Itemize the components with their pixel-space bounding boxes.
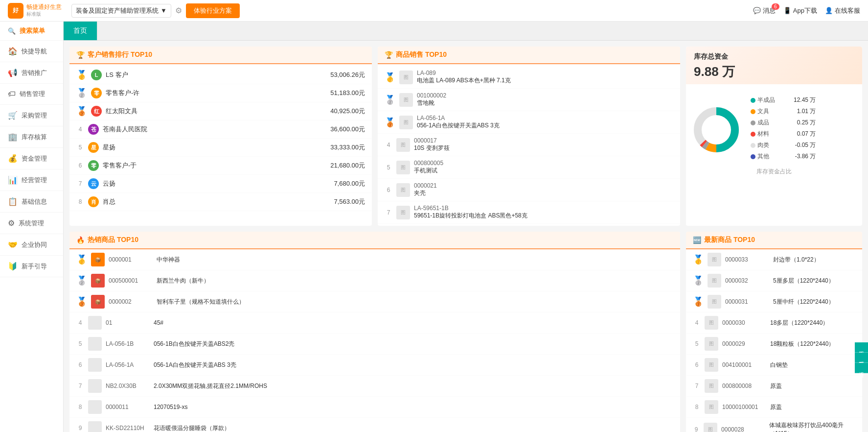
sales-icon: 🏷 — [8, 90, 16, 98]
online-service-action[interactable]: 👤 在线客服 — [825, 6, 860, 15]
hot-product-item[interactable]: 5 LA-056-1B 056-1B白色按键开关盖ABS2壳 — [69, 334, 680, 355]
product-name: 59651-1B旋转投影灯电池盒 ABS黑色+58克 — [414, 212, 527, 220]
product-name: 18颗粒板（1220*2440） — [770, 340, 834, 348]
sidebar-search[interactable]: 🔍 搜索菜单 — [0, 22, 63, 41]
customer-rank-item[interactable]: 🥉 红 红太阳文具 40,925.00元 — [69, 102, 372, 120]
product-rank-item[interactable]: 🥉 图 LA-056-1A 056-1A白色按键开关盖ABS 3克 — [378, 111, 680, 134]
product-code: 0000028 — [721, 426, 765, 432]
content-grid: 🏆 客户销售排行 TOP10 🥇 L LS 客户 53,006.26元 🥈 零 … — [64, 41, 868, 432]
sidebar-item-system[interactable]: ⚙ 系统管理 — [0, 213, 63, 234]
rank-number: 9 — [693, 426, 700, 432]
legend-dot — [751, 143, 755, 148]
product-code: 000800008 — [722, 383, 766, 389]
sidebar-item-enterprise[interactable]: 🤝 企业协同 — [0, 234, 63, 256]
sidebar-item-guide[interactable]: 🔰 新手引导 — [0, 256, 63, 277]
rank-name: LS 客户 — [106, 71, 326, 79]
legend-value: 0.07 万 — [797, 130, 816, 138]
hot-product-item[interactable]: 7 NB2.0X30B 2.0X30MM双搓花轴,搓花直径2.1MM/ROHS — [69, 376, 680, 397]
newest-product-item[interactable]: 🥉 图 0000031 5厘中纤（1220*2440） — [686, 291, 862, 312]
product-name: 手机测试 — [414, 167, 443, 175]
product-name: 体城嘉枚味苏打饮品400毫升（1*15） — [769, 421, 855, 432]
customer-rank-item[interactable]: 🥇 L LS 客户 53,006.26元 — [69, 66, 372, 84]
medal-icon: 🥉 — [76, 106, 87, 117]
medal-icon: 🥈 — [693, 275, 704, 286]
float-btn-service[interactable]: 客服热线 — [855, 342, 868, 353]
newest-product-item[interactable]: 8 图 10000100001 原盖 — [686, 397, 862, 418]
product-rank-item[interactable]: 5 图 000800005 手机测试 — [378, 156, 680, 179]
legend-label: 文具 — [757, 107, 787, 116]
customer-rank-item[interactable]: 4 苍 苍南县人民医院 36,600.00元 — [69, 120, 372, 139]
hot-product-item[interactable]: 8 0000011 12070519-xs — [69, 397, 680, 418]
tab-home[interactable]: 首页 — [64, 22, 97, 40]
newest-product-item[interactable]: 6 图 004100001 白钢垫 — [686, 355, 862, 376]
product-info: LA-089 电池盖 LA-089 ABS本色+黑种 7.1克 — [417, 70, 511, 85]
product-rank-item[interactable]: 🥇 图 LA-089 电池盖 LA-089 ABS本色+黑种 7.1克 — [378, 66, 680, 89]
newest-products-label: 最新商品 TOP10 — [704, 236, 755, 244]
newest-product-item[interactable]: 🥇 图 0000033 封边带（1.0*22） — [686, 249, 862, 270]
product-rank-item[interactable]: 4 图 0000017 10S 变刹罗筱 — [378, 134, 680, 156]
finance-icon: 💰 — [8, 154, 18, 163]
inventory-panel: 库存总资金 9.88 万 — [686, 47, 862, 226]
product-img: 图 — [399, 116, 413, 129]
customer-rank-item[interactable]: 🥈 零 零售客户-许 51,183.00元 — [69, 84, 372, 102]
newest-product-item[interactable]: 9 图 0000028 体城嘉枚味苏打饮品400毫升（1*15） — [686, 418, 862, 432]
float-buttons: 客服热线 服务社区 直播 — [855, 342, 868, 373]
hot-product-item[interactable]: 6 LA-056-1A 056-1A白色按键开关盖ABS 3壳 — [69, 355, 680, 376]
rank-badge: 星 — [88, 142, 99, 153]
hot-product-item[interactable]: 🥈 📦 000500001 新西兰牛肉（新牛） — [69, 270, 680, 291]
sidebar-label-operation: 经营管理 — [22, 176, 47, 185]
hot-product-item[interactable]: 🥉 📦 0000002 智利车子里（规格不知道填什么） — [69, 291, 680, 312]
settings-icon[interactable]: ⚙ — [175, 6, 182, 15]
search-label: 搜索菜单 — [20, 26, 45, 35]
product-img-newest: 图 — [708, 274, 721, 288]
system-selector[interactable]: 装备及固定资产辅助管理系统 ▼ — [71, 4, 171, 18]
rank-number: 5 — [693, 340, 701, 347]
hot-product-item[interactable]: 🥇 📦 0000001 中华神器 — [69, 249, 680, 270]
product-rank-item[interactable]: 🥈 图 001000002 雪地靴 — [378, 89, 680, 111]
product-code: 0000030 — [722, 319, 766, 326]
sidebar-item-finance[interactable]: 💰 资金管理 — [0, 148, 63, 169]
medal-icon: 🥈 — [385, 95, 395, 105]
newest-product-item[interactable]: 🥈 图 0000032 5厘多层（1220*2440） — [686, 270, 862, 291]
app-download-action[interactable]: 📱 App下载 — [783, 6, 817, 15]
sidebar-item-marketing[interactable]: 📢 营销推广 — [0, 62, 63, 84]
sidebar-item-purchase[interactable]: 🛒 采购管理 — [0, 105, 63, 126]
newest-product-item[interactable]: 7 图 000800008 原盖 — [686, 376, 862, 397]
product-thumbnail — [88, 379, 102, 393]
customer-rank-item[interactable]: 5 星 星扬 33,333.00元 — [69, 139, 372, 157]
marketing-icon: 📢 — [8, 68, 18, 77]
trial-button[interactable]: 体验行业方案 — [186, 3, 240, 18]
product-name: 原盖 — [770, 382, 782, 390]
product-rank-item[interactable]: 6 图 0000021 夹壳 — [378, 179, 680, 201]
product-code: 0000002 — [109, 298, 153, 305]
sidebar-item-sales[interactable]: 🏷 销售管理 — [0, 84, 63, 105]
message-action[interactable]: 💬 消息 6 — [753, 6, 776, 15]
rank-badge: 零 — [88, 160, 99, 171]
sidebar-label-basic: 基础信息 — [22, 197, 47, 206]
newest-product-item[interactable]: 5 图 0000029 18颗粒板（1220*2440） — [686, 334, 862, 355]
main-content: 首页 🏆 客户销售排行 TOP10 🥇 L LS 客户 53,006.26元 🥈… — [64, 22, 868, 432]
float-btn-community[interactable]: 服务社区 — [855, 353, 868, 363]
product-name: 花语暖偎温分腿睡袋（厚款） — [154, 424, 230, 432]
app-label: App下载 — [793, 6, 817, 15]
customer-rank-item[interactable]: 6 零 零售客户-于 21,680.00元 — [69, 157, 372, 175]
product-name: 056-1A白色按键开关盖ABS 3克 — [417, 121, 500, 130]
medal-icon: 🥉 — [693, 296, 704, 307]
legend-value: 12.45 万 — [794, 96, 816, 104]
customer-rank-item[interactable]: 8 肖 肖总 7,563.00元 — [69, 193, 372, 211]
rank-number: 7 — [76, 180, 84, 187]
hot-product-item[interactable]: 4 01 45# — [69, 312, 680, 334]
product-name: 45# — [154, 319, 163, 326]
product-rank-item[interactable]: 7 图 LA-59651-1B 59651-1B旋转投影灯电池盒 ABS黑色+5… — [378, 201, 680, 224]
sidebar-item-basic[interactable]: 📋 基础信息 — [0, 191, 63, 213]
sidebar-item-operation[interactable]: 📊 经营管理 — [0, 169, 63, 191]
newest-product-item[interactable]: 4 图 0000030 18多层（1220*2440） — [686, 312, 862, 334]
hot-product-item[interactable]: 9 KK-SD22110H 花语暖偎温分腿睡袋（厚款） — [69, 418, 680, 432]
sidebar-item-inventory[interactable]: 🏢 库存核算 — [0, 126, 63, 148]
hot-products-list: 🥇 📦 0000001 中华神器 🥈 📦 000500001 新西兰牛肉（新牛）… — [69, 249, 680, 432]
medal-icon: 🥉 — [76, 296, 87, 307]
float-btn-live[interactable]: 直播 — [855, 363, 868, 373]
customer-rank-item[interactable]: 7 云 云扬 7,680.00元 — [69, 175, 372, 193]
sidebar-item-quick-nav[interactable]: 🏠 快捷导航 — [0, 41, 63, 62]
medal-icon: 🥇 — [693, 254, 704, 265]
